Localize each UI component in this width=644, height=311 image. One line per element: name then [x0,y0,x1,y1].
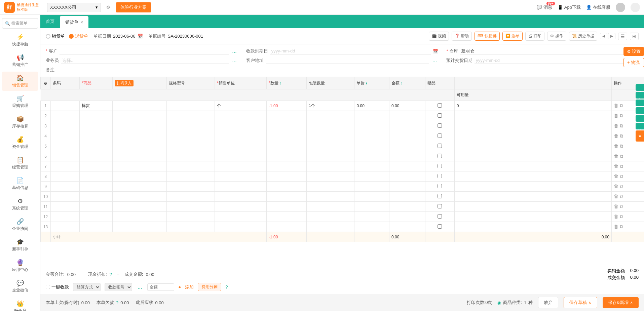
cell-amount[interactable]: 0.00 [389,101,425,111]
copy-icon[interactable]: ⧉ [620,214,623,220]
copy-icon[interactable]: ⧉ [620,163,623,169]
expected-date-input[interactable] [475,57,631,64]
cell-product[interactable]: 拣货 [80,101,112,111]
gift-checkbox[interactable] [438,224,442,229]
sidebar-item-collab[interactable]: 🔗 企业协同 [2,215,38,234]
cell-unit[interactable]: 个 [215,101,266,111]
sidebar-item-basic[interactable]: 📄 基础信息 [2,174,38,193]
sidebar-item-finance[interactable]: 💰 资金管理 [2,133,38,152]
history-btn[interactable]: 📜 历史单据 [569,32,597,41]
tab-sales-order[interactable]: 销货单 × [60,16,88,28]
float-favorite[interactable]: 收藏 [636,115,644,122]
payment-calendar-icon[interactable]: 📅 [433,49,438,54]
prev-btn[interactable]: ◀ [600,33,607,39]
delete-icon[interactable]: 🗑 [614,123,618,129]
one-click-pay[interactable]: 一键收款 [46,284,69,290]
sidebar-item-quick-nav[interactable]: ⚡ 快捷导航 [2,31,38,50]
notes-input[interactable] [56,67,639,73]
payment-due-input[interactable] [270,48,431,54]
warehouse-input[interactable] [460,48,630,54]
help-btn[interactable]: ❓ 帮助 [452,32,472,41]
delete-icon[interactable]: 🗑 [614,224,618,230]
delete-icon[interactable]: 🗑 [614,103,618,109]
gear-icon[interactable]: ⚙ [104,3,113,12]
gift-checkbox[interactable] [438,214,442,219]
sidebar-item-purchase[interactable]: 🛒 采购管理 [2,92,38,111]
payment-method-select[interactable]: 结算方式 [73,283,101,291]
cell-qty[interactable]: -1.00 [266,101,306,111]
save-new-button[interactable]: 保存&新增 ∧ [603,297,639,308]
copy-icon[interactable]: ⧉ [620,153,623,159]
gift-checkbox[interactable] [438,144,442,148]
addr-dots[interactable]: ... [431,57,438,64]
float-star[interactable]: ★ [636,130,644,142]
delete-icon[interactable]: 🗑 [614,214,618,220]
tab-close-icon[interactable]: × [80,20,83,25]
salesperson-dots[interactable]: ... [231,57,238,64]
copy-icon[interactable]: ⧉ [620,204,623,209]
search-menu[interactable]: 🔍 搜索菜单 [2,18,38,29]
print-btn[interactable]: 🖨 打印 [525,32,544,41]
gift-checkbox[interactable] [438,204,442,208]
ops-btn[interactable]: ⚙ 操作 [547,32,566,41]
owed-help[interactable]: ? [116,300,118,305]
discard-button[interactable]: 放弃 [538,297,558,308]
sidebar-item-member[interactable]: 👑 畅会员 [2,297,38,311]
message-button[interactable]: 💬 消息 99+ [537,4,552,10]
gift-checkbox[interactable] [438,154,442,158]
sidebar-item-sales[interactable]: 🏠 销售管理 [2,72,38,91]
radio-sales[interactable]: 销货单 [46,33,65,39]
avatar[interactable] [616,3,625,12]
online-service-button[interactable]: 👤 在线客服 [586,4,610,10]
delete-icon[interactable]: 🗑 [614,133,618,139]
sidebar-item-ops[interactable]: 📋 经营管理 [2,154,38,173]
add-label[interactable]: 添加 [185,284,194,290]
copy-icon[interactable]: ⧉ [620,103,623,109]
gift-checkbox[interactable] [438,194,442,198]
expense-help-icon[interactable]: ? [225,284,228,289]
scan-btn[interactable]: 扫码录入 [115,80,134,86]
grid-view-btn[interactable]: ☰ [618,33,627,40]
gift-checkbox[interactable] [438,123,442,128]
shortcut-btn[interactable]: ⌨ 快捷键 [475,32,499,41]
copy-icon[interactable]: ⧉ [620,123,623,129]
salesperson-input[interactable] [61,57,229,64]
amount-input[interactable] [147,283,174,291]
gift-checkbox[interactable] [438,184,442,188]
copy-icon[interactable]: ⧉ [620,113,623,119]
gift-checkbox[interactable] [438,113,442,118]
promo-button[interactable]: 体验行业方案 [116,2,151,12]
gift-checkbox[interactable] [438,174,442,178]
delete-icon[interactable]: 🗑 [614,184,618,189]
float-messages[interactable]: 消息 [636,84,644,91]
sidebar-item-system[interactable]: ⚙ 系统管理 [2,195,38,214]
float-edit[interactable]: 编辑 [636,123,644,129]
customer-addr-input[interactable] [266,57,429,64]
copy-icon[interactable]: ⧉ [620,143,623,149]
delete-icon[interactable]: 🗑 [614,163,618,169]
gift-checkbox[interactable] [438,164,442,168]
sidebar-item-guide[interactable]: 🎓 新手引导 [2,236,38,255]
customer-dots[interactable]: ... [231,48,238,54]
copy-icon[interactable]: ⧉ [620,133,623,139]
sidebar-item-wechat[interactable]: 💬 企业微信 [2,277,38,296]
col-gear[interactable]: ⚙ [41,77,51,89]
help-icon[interactable]: ? [110,272,112,277]
cell-barcode[interactable] [51,101,80,111]
company-select[interactable]: XXXXXX公司 ▾ [47,3,101,12]
float-feature[interactable]: 功能 [636,100,644,106]
next-btn[interactable]: ▶ [608,33,615,39]
cell-gift[interactable] [425,101,454,111]
col-scan[interactable]: 扫码录入 [112,77,166,89]
video-btn[interactable]: 🎬 视频 [429,32,449,41]
settings-btn[interactable]: ⚙ 设置 [623,47,644,56]
float-security[interactable]: 安全 [636,92,644,99]
account-select[interactable]: 收款账号 [105,283,132,291]
expense-split-btn[interactable]: 费用分摊 [198,283,221,291]
delete-icon[interactable]: 🗑 [614,194,618,199]
list-view-btn[interactable]: ⊞ [630,33,639,40]
tab-home[interactable]: 首页 [40,15,60,28]
delete-icon[interactable]: 🗑 [614,153,618,159]
cell-pkg-qty[interactable]: 1个 [306,101,354,111]
account-dots[interactable]: ... [136,284,143,290]
